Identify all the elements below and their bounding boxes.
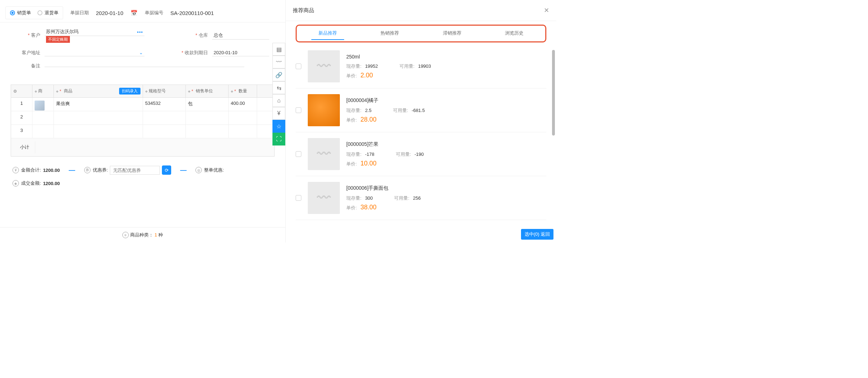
sort-icon[interactable]: ◆ [56,90,58,93]
shield-icon[interactable]: ⌂ [272,94,285,107]
due-label: 收款到期日 [185,50,208,55]
deal-icon: ◈ [12,180,19,187]
avail-label: 可用量: [393,108,408,113]
doc-no-label: 单据编号 [145,10,163,16]
checkbox[interactable] [296,151,301,157]
rec-item[interactable]: 〰 [0000005]芒果 现存量:-178 可用量:-190 单价:10.00 [296,132,546,176]
checkbox[interactable] [296,63,301,69]
sort-icon[interactable]: ◆ [231,90,233,93]
more-icon[interactable]: ••• [137,29,143,35]
doc-no-value: SA-20200110-001 [170,10,214,16]
product-image: 〰 [308,50,340,82]
tab-new[interactable]: 新品推荐 [311,27,344,40]
panel-title: 推荐商品 [293,7,314,14]
address-input[interactable]: ⌄ [45,49,144,56]
tab-history[interactable]: 浏览历史 [498,27,531,40]
row-index: 2 [11,111,32,124]
checkbox[interactable] [296,195,301,201]
sku-icon: ≡ [122,232,129,238]
rec-name: [0000005]芒果 [346,141,546,148]
select-return-button[interactable]: 选中(0) 返回 [521,229,554,240]
price-value: 28.00 [361,116,377,123]
table-row[interactable]: 2 [11,111,274,125]
table-row[interactable]: 3 [11,125,274,138]
radio-icon [10,10,15,15]
note-icon[interactable]: ▤ [272,43,285,56]
rec-item[interactable]: 〰 [0000006]手撕面包 现存量:300 可用量:256 单价:38.00 [296,176,546,220]
calendar-icon[interactable]: 📅 [131,10,138,16]
swap-icon[interactable]: ⇆ [272,81,285,94]
row-unit[interactable]: 包 [186,98,229,111]
coupon-icon: 券 [84,167,91,173]
tab-hot[interactable]: 热销推荐 [373,27,406,40]
sort-icon[interactable]: ◆ [188,90,190,93]
due-input[interactable]: 2020-01-10 [212,49,269,56]
table-row[interactable]: 1 果倍爽 534532 包 400.00 [11,98,274,111]
link-icon[interactable]: 🔗 [272,68,285,81]
remark-label: 备注 [31,63,40,68]
tab-slow[interactable]: 滞销推荐 [436,27,469,40]
stock-value: 300 [365,195,373,201]
checkbox[interactable] [296,107,301,113]
sort-icon[interactable]: ◆ [145,90,148,93]
rec-item[interactable]: 〰 250ml 现存量:19952 可用量:19903 单价:2.00 [296,45,546,88]
subtotal-label: 小计 [14,141,35,153]
order-type-radio-group: 销货单 退货单 [5,6,63,19]
scan-button[interactable]: 扫码录入 [119,88,141,94]
minus-icon: — [69,167,75,174]
customer-badge: 不固定账期 [46,36,70,43]
stock-label: 现存量: [346,108,362,113]
expand-icon[interactable]: ⛶ [272,133,285,145]
deal-label: 成交金额: [21,180,41,187]
minus-icon: — [180,167,187,174]
refresh-button[interactable]: ⟳ [162,165,171,175]
warehouse-input[interactable]: 总仓 [212,31,269,40]
scrollbar[interactable] [552,50,555,136]
rec-item[interactable]: [0000004]橘子 现存量:2.5 可用量:-681.5 单价:28.00 [296,88,546,132]
amount-label: 金额合计: [21,167,41,173]
stock-label: 现存量: [346,152,362,157]
price-label: 单价: [346,117,357,123]
radio-sales[interactable]: 销货单 [10,10,31,16]
amount-value: 1200.00 [43,168,60,173]
gear-icon[interactable]: ⚙ [13,89,17,94]
customer-label: 客户 [31,32,40,38]
doc-date-value[interactable]: 2020-01-10 [96,10,123,16]
customer-input[interactable]: 苏州万达沃尔玛 ••• [45,28,144,36]
chevron-down-icon[interactable]: ⌄ [139,50,143,55]
rec-name: 250ml [346,54,546,60]
warehouse-value: 总仓 [214,32,223,39]
col-thumb: 商 [38,88,42,94]
address-label: 客户地址 [22,50,40,55]
coupon-input[interactable] [110,166,160,175]
chart-icon[interactable]: 〰 [272,56,285,68]
avail-value: 256 [413,195,421,201]
discount-icon: ◎ [195,167,202,173]
sku-unit: 种 [158,232,163,237]
avail-value: 19903 [418,63,431,69]
star-icon[interactable]: ☆ [272,120,285,133]
currency-icon[interactable]: ¥ [272,107,285,120]
col-spec: 规格型号 [149,88,166,94]
doc-date-label: 单据日期 [70,10,89,16]
stock-label: 现存量: [346,63,362,69]
row-spec[interactable]: 534532 [143,98,186,111]
price-label: 单价: [346,161,357,167]
stock-value: 2.5 [365,108,372,113]
rec-name: [0000006]手撕面包 [346,185,546,191]
col-product: 商品 [64,88,72,94]
sort-icon[interactable]: ◆ [35,90,37,93]
col-qty: 数量 [239,88,247,94]
radio-icon [37,10,42,15]
recommend-tabs-highlight: 新品推荐 热销推荐 滞销推荐 浏览历史 [296,25,546,42]
row-name[interactable]: 果倍爽 [54,98,143,111]
product-image [308,94,340,126]
close-icon[interactable]: ✕ [544,6,549,14]
remark-input[interactable] [45,65,244,67]
side-toolbar: ▤ 〰 🔗 ⇆ ⌂ ¥ ☆ ⛶ [272,43,285,145]
radio-return[interactable]: 退货单 [37,10,58,16]
row-qty[interactable]: 400.00 [229,98,257,111]
sku-count: 1 [154,232,157,237]
product-thumb [35,101,45,111]
product-image: 〰 [308,182,340,214]
